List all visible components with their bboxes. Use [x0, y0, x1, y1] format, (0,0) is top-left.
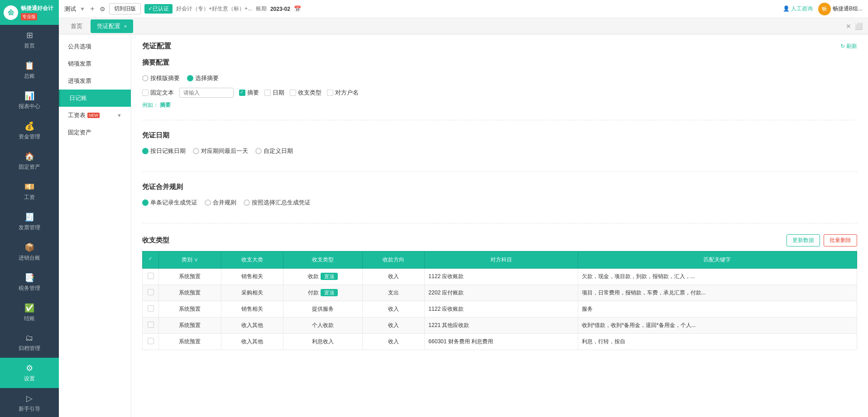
refresh-button[interactable]: ↻ 刷新: [840, 43, 857, 50]
left-panel-item-进项发票[interactable]: 进项发票: [59, 72, 131, 90]
row-checkbox-1[interactable]: [143, 285, 159, 301]
sidebar-item-首页[interactable]: ⊞首页: [0, 25, 59, 55]
topbar-gear-icon[interactable]: ⚙: [100, 5, 106, 13]
user-info: 畅 畅捷通B组...: [818, 3, 863, 15]
row-main-type-2: 销售相关: [221, 301, 283, 317]
fixed-text-label: 固定文本: [150, 89, 174, 97]
reset-badge-1[interactable]: 置顶: [321, 289, 338, 296]
service-icon: 👤: [783, 5, 790, 12]
th-sub-type: 收支类型: [283, 251, 362, 269]
date-section-title: 凭证日期: [142, 131, 857, 140]
income-type-checkbox: [290, 90, 296, 96]
logo-icon: 会: [4, 5, 18, 20]
reset-badge-0[interactable]: 置顶: [321, 273, 338, 280]
row-sub-type-4: 利息收入: [283, 334, 362, 350]
radio-template-summary[interactable]: 按模版摘要: [142, 74, 180, 82]
left-panel-item-公共选项[interactable]: 公共选项: [59, 38, 131, 55]
row-sub-type-0: 收款 置顶: [283, 269, 362, 285]
summary-check-item[interactable]: 摘要: [239, 89, 259, 97]
radio-selected-circle: [244, 199, 250, 206]
income-section-header: 收支类型 更新数据 批量删除: [142, 234, 857, 246]
summary-section-title: 摘要配置: [142, 58, 857, 67]
left-panel-items: 公共选项销项发票进项发票日记账工资表NEW▼固定资产: [59, 38, 131, 141]
radio-single-label: 单条记录生成凭证: [150, 199, 197, 207]
left-panel-label-工资表: 工资表: [68, 111, 86, 119]
left-panel-item-日记账[interactable]: 日记账: [59, 90, 131, 107]
topbar-add-icon[interactable]: ＋: [89, 4, 96, 14]
row-checkbox-3[interactable]: [143, 317, 159, 334]
sidebar-item-归档管理[interactable]: 🗂归档管理: [0, 328, 59, 358]
row-category-1: 系统预置: [159, 285, 221, 301]
fixed-text-input[interactable]: [179, 88, 234, 98]
radio-template-circle: [142, 75, 149, 81]
counterparty-check-item[interactable]: 对方户名: [327, 89, 359, 97]
sidebar-item-发票管理[interactable]: 🧾发票管理: [0, 207, 59, 237]
sidebar-icon-资金管理: 💰: [24, 121, 34, 131]
left-panel-item-固定资产[interactable]: 固定资产: [59, 124, 131, 141]
example-prefix: 例如：: [142, 102, 158, 108]
radio-merge-rule[interactable]: 合并规则: [205, 199, 236, 207]
row-category-4: 系统预置: [159, 334, 221, 350]
sidebar-icon-固定资产: 🏠: [24, 152, 34, 161]
date-check-item[interactable]: 日期: [264, 89, 284, 97]
sidebar-icon-归档管理: 🗂: [25, 333, 34, 343]
sidebar-item-总账[interactable]: 📋总账: [0, 55, 59, 85]
select-all-checkbox[interactable]: [148, 256, 154, 262]
radio-period-label: 对应期间最后一天: [201, 147, 248, 155]
sidebar-label-结账: 结账: [24, 315, 35, 322]
income-type-check-item[interactable]: 收支类型: [290, 89, 321, 97]
left-panel-item-工资表[interactable]: 工资表NEW▼: [59, 107, 131, 124]
sidebar-icon-报表中心: 📊: [24, 91, 34, 101]
date-check-label: 日期: [273, 89, 284, 97]
row-checkbox-0[interactable]: [143, 269, 159, 285]
update-data-button[interactable]: 更新数据: [786, 234, 820, 246]
sidebar-item-设置[interactable]: ⚙设置: [0, 358, 59, 388]
fixed-text-item[interactable]: 固定文本: [142, 89, 174, 97]
row-checkbox-4[interactable]: [143, 334, 159, 350]
table-row: 系统预置 收入其他 个人收款 收入 1221 其他应收款 收到*借款，收到*备用…: [143, 317, 857, 334]
radio-merge-circle: [205, 199, 211, 206]
radio-period-last[interactable]: 对应期间最后一天: [193, 147, 248, 155]
summary-checkbox-row: 固定文本 摘要 日期 收支类型: [142, 88, 857, 98]
tab-home[interactable]: 首页: [64, 19, 89, 33]
sidebar-item-结账[interactable]: ✅结账: [0, 298, 59, 328]
sidebar-label-工资: 工资: [24, 194, 35, 201]
sidebar-item-新手引导[interactable]: ▷新手引导: [0, 388, 59, 417]
date-checkbox: [264, 90, 271, 96]
merge-radio-group: 单条记录生成凭证 合并规则 按照选择汇总生成凭证: [142, 199, 857, 207]
sidebar-label-固定资产: 固定资产: [19, 163, 40, 171]
sidebar-label-新手引导: 新手引导: [19, 405, 40, 413]
radio-template-label: 按模版摘要: [150, 74, 180, 82]
sidebar-item-固定资产[interactable]: 🏠固定资产: [0, 146, 59, 176]
topbar-test-label: 测试: [64, 5, 76, 13]
maximize-window-icon[interactable]: ⬜: [855, 23, 863, 30]
row-account-1: 2202 应付账款: [425, 285, 578, 301]
calendar-icon[interactable]: 📅: [294, 5, 301, 12]
sidebar-item-税务管理[interactable]: 📑税务管理: [0, 267, 59, 298]
radio-select-summary[interactable]: 选择摘要: [187, 74, 219, 82]
batch-delete-button[interactable]: 批量删除: [824, 234, 857, 246]
tab-voucher-config[interactable]: 凭证配置 ×: [91, 19, 133, 33]
switch-version-button[interactable]: 切到旧版: [109, 3, 141, 14]
income-table: 类别 ∨ 收支大类 收支类型 收款方向 对方科目 匹配关键字 系统预置 销售相关…: [142, 251, 857, 350]
radio-single-record[interactable]: 单条记录生成凭证: [142, 199, 197, 207]
table-row: 系统预置 采购相关 付款 置顶 支出 2202 应付账款 项目，日常费用，报销款…: [143, 285, 857, 301]
table-row: 系统预置 销售相关 收款 置顶 收入 1122 应收账款 欠款，现金，项目款，到…: [143, 269, 857, 285]
summary-checkbox: [239, 90, 245, 96]
sidebar-item-报表中心[interactable]: 📊报表中心: [0, 85, 59, 116]
radio-selected-summary[interactable]: 按照选择汇总生成凭证: [244, 199, 311, 207]
sidebar-item-工资[interactable]: 💴工资: [0, 176, 59, 207]
close-window-icon[interactable]: ✕: [846, 23, 851, 30]
service-btn[interactable]: 👤 人工咨询: [783, 5, 813, 13]
tab-close-icon[interactable]: ×: [124, 24, 127, 29]
sidebar-label-总账: 总账: [24, 72, 35, 80]
radio-custom-label: 自定义日期: [264, 147, 293, 155]
row-checkbox-2[interactable]: [143, 301, 159, 317]
sidebar-items-list: ⊞首页📋总账📊报表中心💰资金管理🏠固定资产💴工资🧾发票管理📦进销台账📑税务管理✅…: [0, 25, 59, 417]
radio-journal-date[interactable]: 按日记账日期: [142, 147, 186, 155]
row-direction-2: 收入: [362, 301, 425, 317]
radio-custom-date[interactable]: 自定义日期: [255, 147, 293, 155]
left-panel-item-销项发票[interactable]: 销项发票: [59, 55, 131, 72]
sidebar-item-进销台账[interactable]: 📦进销台账: [0, 237, 59, 267]
sidebar-item-资金管理[interactable]: 💰资金管理: [0, 116, 59, 146]
